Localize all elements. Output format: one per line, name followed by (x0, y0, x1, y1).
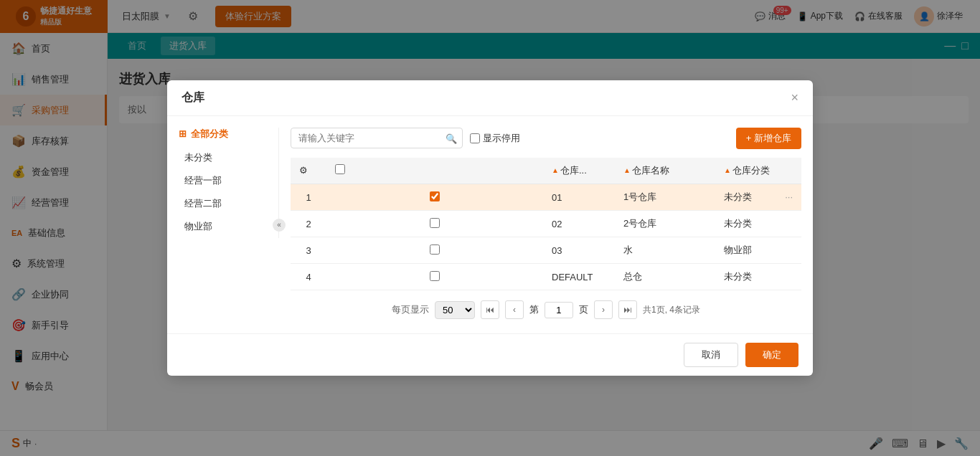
per-page-label: 每页显示 (392, 303, 429, 316)
page-word: 第 (529, 303, 539, 316)
first-page-button[interactable]: ⏮ (481, 300, 499, 319)
modal-footer: 取消 确定 (167, 333, 813, 376)
th-checkbox (326, 158, 543, 184)
modal-header: 仓库 × (167, 80, 813, 116)
table-area: 🔍 显示停用 + 新增仓库 ⚙ (291, 128, 801, 323)
show-disabled-label: 显示停用 (483, 132, 520, 145)
sort-icon-name: ▲ (623, 166, 631, 174)
row-code: 01 (543, 184, 615, 211)
row-name: 1号仓库 (615, 184, 715, 211)
row-num: 1 (291, 184, 326, 211)
row-name: 水 (615, 237, 715, 264)
sort-icon-code: ▲ (552, 166, 559, 174)
category-sidebar: ⊞ 全部分类 未分类 经营一部 经营二部 物业部 (179, 128, 279, 238)
row-checkbox[interactable] (430, 271, 440, 281)
th-code: ▲ 仓库... (543, 158, 615, 184)
row-name: 2号仓库 (615, 211, 715, 237)
confirm-button[interactable]: 确定 (745, 343, 798, 367)
category-item-property-label: 物业部 (184, 221, 212, 232)
table-body: 1 01 1号仓库 未分类 ··· 2 02 2号仓库 未分类 3 (291, 184, 801, 290)
row-code: 03 (543, 237, 615, 264)
search-input[interactable] (291, 128, 463, 148)
row-checkbox-cell (326, 211, 543, 237)
category-item-property[interactable]: 物业部 (179, 215, 273, 238)
row-num: 4 (291, 264, 326, 290)
row-category: 未分类 (715, 211, 801, 237)
last-page-button[interactable]: ⏭ (618, 300, 637, 319)
page-input[interactable] (545, 302, 573, 318)
table-row[interactable]: 1 01 1号仓库 未分类 ··· (291, 184, 801, 211)
category-collapse-button[interactable]: « (273, 219, 286, 232)
th-name-label: 仓库名称 (632, 164, 669, 177)
table-row[interactable]: 2 02 2号仓库 未分类 (291, 211, 801, 237)
search-wrap: 🔍 (291, 128, 463, 148)
select-all-checkbox[interactable] (335, 164, 345, 174)
category-item-uncategorized-label: 未分类 (184, 152, 212, 163)
th-code-label: 仓库... (560, 164, 587, 177)
row-name: 总仓 (615, 264, 715, 290)
add-warehouse-button[interactable]: + 新增仓库 (736, 128, 801, 149)
row-checkbox[interactable] (430, 244, 440, 255)
category-item-uncategorized[interactable]: 未分类 (179, 146, 273, 169)
row-checkbox[interactable] (430, 218, 440, 228)
page-label: 页 (579, 303, 588, 316)
modal-close-button[interactable]: × (791, 90, 798, 105)
show-disabled-checkbox[interactable] (470, 133, 480, 143)
row-checkbox-cell (326, 237, 543, 264)
row-more-button[interactable]: ··· (785, 191, 793, 202)
row-category: 未分类 ··· (715, 184, 801, 211)
row-num: 2 (291, 211, 326, 237)
search-icon[interactable]: 🔍 (446, 133, 457, 143)
category-item-ops2[interactable]: 经营二部 (179, 192, 273, 215)
category-item-ops1[interactable]: 经营一部 (179, 169, 273, 192)
cancel-button[interactable]: 取消 (684, 343, 738, 367)
category-all[interactable]: ⊞ 全部分类 (179, 128, 273, 141)
total-info: 共1页, 4条记录 (643, 304, 700, 316)
category-item-ops2-label: 经营二部 (184, 198, 222, 209)
grid-icon: ⊞ (179, 128, 187, 139)
warehouse-modal: 仓库 × ⊞ 全部分类 未分类 经营一部 (167, 80, 813, 376)
th-settings: ⚙ (291, 158, 326, 184)
warehouse-table: ⚙ ▲ 仓库... (291, 158, 801, 291)
modal-body: ⊞ 全部分类 未分类 经营一部 经营二部 物业部 (167, 116, 813, 334)
th-name: ▲ 仓库名称 (615, 158, 715, 184)
table-row[interactable]: 3 03 水 物业部 (291, 237, 801, 264)
pagination: 每页显示 50 100 ⏮ ‹ 第 页 › ⏭ 共1页, 4条记录 (291, 290, 801, 322)
modal-overlay[interactable]: 仓库 × ⊞ 全部分类 未分类 经营一部 (0, 0, 980, 456)
next-page-button[interactable]: › (594, 300, 613, 319)
show-disabled-wrap: 显示停用 (470, 132, 520, 145)
table-toolbar: 🔍 显示停用 + 新增仓库 (291, 128, 801, 149)
row-code: DEFAULT (543, 264, 615, 290)
table-scroll-wrap: ⚙ ▲ 仓库... (291, 158, 801, 291)
category-item-ops1-label: 经营一部 (184, 175, 222, 186)
row-checkbox-cell (326, 184, 543, 211)
settings-col-icon: ⚙ (299, 165, 308, 176)
row-checkbox-cell (326, 264, 543, 290)
row-category: 物业部 (715, 237, 801, 264)
th-category-label: 仓库分类 (732, 164, 770, 177)
category-all-label: 全部分类 (191, 128, 228, 141)
table-row[interactable]: 4 DEFAULT 总仓 未分类 (291, 264, 801, 290)
th-category: ▲ 仓库分类 (715, 158, 801, 184)
prev-page-button[interactable]: ‹ (505, 300, 524, 319)
category-sidebar-wrap: ⊞ 全部分类 未分类 经营一部 经营二部 物业部 (179, 128, 279, 323)
modal-title: 仓库 (182, 90, 204, 105)
row-num: 3 (291, 237, 326, 264)
sort-icon-cat: ▲ (724, 166, 731, 174)
row-code: 02 (543, 211, 615, 237)
page-size-select[interactable]: 50 100 (435, 301, 475, 319)
row-category: 未分类 (715, 264, 801, 290)
row-checkbox[interactable] (430, 191, 440, 201)
